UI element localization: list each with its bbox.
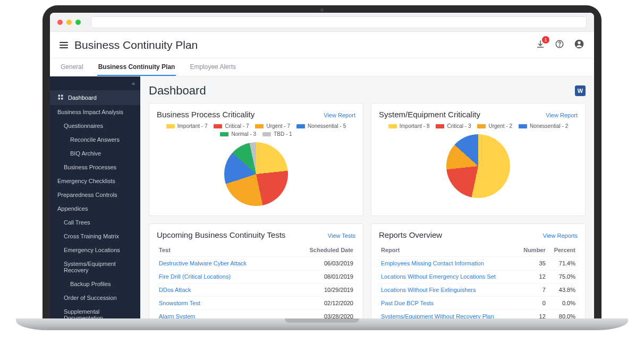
table-row: Fire Drill (Critical Locations)08/01/201… — [157, 270, 355, 283]
table-row: DDos Attack10/29/2019 — [157, 283, 355, 297]
report-number: 35 — [517, 257, 548, 270]
legend-label: Critical - 3 — [447, 123, 471, 129]
legend-label: Important - 7 — [177, 123, 208, 129]
report-percent: 0.0% — [548, 297, 578, 310]
sidebar-item-reconcile-answers[interactable]: Reconcile Answers — [50, 133, 140, 146]
test-date: 08/01/2019 — [287, 270, 355, 283]
tab-employee-alerts[interactable]: Employee Alerts — [189, 63, 237, 76]
view-tests-link[interactable]: View Tests — [328, 232, 355, 239]
card-reports-overview: Reports Overview View Reports Report Num… — [371, 223, 586, 324]
sidebar-item-systems-equipment-recovery[interactable]: Systems/Equipment Recovery — [50, 257, 140, 277]
app-header: Business Continuity Plan 1 — [50, 32, 594, 58]
pie-chart — [224, 142, 288, 206]
sidebar-item-label: Dashboard — [68, 94, 97, 101]
legend-swatch — [296, 124, 305, 128]
legend-swatch — [262, 132, 271, 136]
sidebar-item-cross-training-matrix[interactable]: Cross Training Matrix — [50, 229, 140, 243]
card-title: Upcoming Business Continuity Tests — [157, 230, 285, 239]
card-title: Business Process Criticality — [157, 110, 255, 119]
sidebar-item-emergency-checklists[interactable]: Emergency Checklists — [50, 174, 140, 188]
window-min-dot[interactable] — [66, 20, 72, 25]
view-report-link[interactable]: View Report — [324, 112, 355, 118]
sidebar-item-biq-archive[interactable]: BIQ Archive — [50, 146, 140, 160]
legend-item: Urgent - 7 — [255, 123, 290, 129]
sidebar-item-preparedness-controls[interactable]: Preparedness Controls — [50, 188, 140, 202]
sidebar-item-appendices[interactable]: Appendices — [50, 202, 140, 215]
legend-item: Urgent - 2 — [477, 123, 512, 129]
table-row: Locations Without Fire Extinguishers743.… — [379, 283, 578, 297]
help-icon[interactable] — [555, 39, 564, 51]
tab-general[interactable]: General — [60, 63, 84, 76]
test-date: 02/12/2020 — [287, 297, 355, 310]
legend-label: Normal - 3 — [231, 131, 256, 137]
legend-swatch — [519, 124, 527, 128]
legend-swatch — [255, 124, 264, 128]
legend-item: Important - 7 — [166, 123, 208, 129]
card-title: Reports Overview — [379, 230, 442, 239]
test-link[interactable]: Fire Drill (Critical Locations) — [157, 270, 287, 283]
card-title: System/Equipment Criticality — [379, 110, 480, 119]
dashboard-title: Dashboard — [149, 84, 206, 98]
window-max-dot[interactable] — [75, 20, 81, 25]
menu-icon[interactable] — [60, 42, 68, 48]
report-percent: 75.0% — [548, 270, 578, 283]
report-link[interactable]: Employees Missing Contact Information — [379, 257, 517, 270]
table-row: Employees Missing Contact Information357… — [379, 257, 578, 270]
legend-item: Normal - 3 — [220, 131, 256, 137]
sidebar-item-business-impact-analysis[interactable]: Business Impact Analysis — [50, 105, 140, 119]
sidebar-item-dashboard[interactable]: Dashboard — [50, 90, 140, 105]
sidebar-item-call-trees[interactable]: Call Trees — [50, 215, 140, 229]
report-number: 0 — [517, 297, 548, 310]
legend-swatch — [214, 124, 222, 128]
legend-item: Nonessential - 5 — [296, 123, 346, 129]
sidebar-item-business-processes[interactable]: Business Processes — [50, 160, 140, 174]
report-number: 7 — [517, 283, 548, 297]
test-link[interactable]: Destructive Malware Cyber Attack — [157, 257, 287, 270]
download-icon[interactable]: 1 — [536, 39, 545, 51]
chart-legend: Important - 8Critical - 3Urgent - 2Nones… — [379, 123, 578, 129]
test-link[interactable]: Snowstorm Test — [157, 297, 287, 310]
legend-item: TBD - 1 — [262, 131, 292, 137]
legend-swatch — [436, 124, 444, 128]
report-number: 12 — [517, 270, 548, 283]
legend-item: Nonessential - 2 — [519, 123, 568, 129]
table-row: Past Due BCP Tests00.0% — [379, 297, 578, 310]
sidebar-item-emergency-locations[interactable]: Emergency Locations — [50, 243, 140, 257]
report-link[interactable]: Locations Without Fire Extinguishers — [379, 283, 517, 297]
account-icon[interactable] — [574, 39, 584, 51]
sidebar-item-order-of-succession[interactable]: Order of Succession — [50, 291, 140, 305]
legend-item: Critical - 3 — [436, 123, 471, 129]
card-business-process-criticality: Business Process Criticality View Report… — [149, 103, 363, 216]
test-link[interactable]: DDos Attack — [157, 283, 287, 297]
report-link[interactable]: Locations Without Emergency Locations Se… — [379, 270, 517, 283]
address-bar[interactable] — [91, 16, 587, 28]
legend-label: Nonessential - 5 — [308, 123, 346, 129]
legend-label: Urgent - 7 — [266, 123, 290, 129]
legend-label: TBD - 1 — [274, 131, 292, 137]
view-report-link[interactable]: View Report — [546, 112, 578, 118]
view-reports-link[interactable]: View Reports — [543, 232, 578, 239]
sidebar-collapse-icon[interactable]: « — [50, 76, 140, 90]
legend-label: Important - 8 — [400, 123, 430, 129]
sidebar: « DashboardBusiness Impact AnalysisQuest… — [50, 76, 140, 324]
export-word-icon[interactable]: W — [575, 85, 586, 96]
sidebar-item-label: Order of Succession — [64, 295, 117, 301]
card-upcoming-tests: Upcoming Business Continuity Tests View … — [149, 223, 363, 324]
report-link[interactable]: Past Due BCP Tests — [379, 297, 517, 310]
legend-item: Important - 8 — [388, 123, 430, 129]
svg-rect-7 — [61, 98, 63, 100]
col-date: Scheduled Date — [287, 244, 355, 257]
sidebar-item-questionnaires[interactable]: Questionnaires — [50, 119, 140, 133]
svg-point-1 — [560, 46, 560, 46]
svg-rect-4 — [58, 95, 61, 97]
sidebar-item-backup-profiles[interactable]: Backup Profiles — [50, 277, 140, 291]
table-row: Snowstorm Test02/12/2020 — [157, 297, 355, 310]
content-area: Dashboard W Business Process Criticality… — [140, 76, 594, 324]
window-close-dot[interactable] — [57, 20, 63, 25]
svg-rect-6 — [58, 98, 61, 100]
sidebar-item-label: Preparedness Controls — [57, 192, 117, 198]
table-row: Locations Without Emergency Locations Se… — [379, 270, 578, 283]
table-row: Destructive Malware Cyber Attack06/03/20… — [157, 257, 355, 270]
chart-legend: Important - 7Critical - 7Urgent - 7Nones… — [157, 123, 355, 137]
tab-business-continuity-plan[interactable]: Business Continuity Plan — [97, 63, 176, 76]
